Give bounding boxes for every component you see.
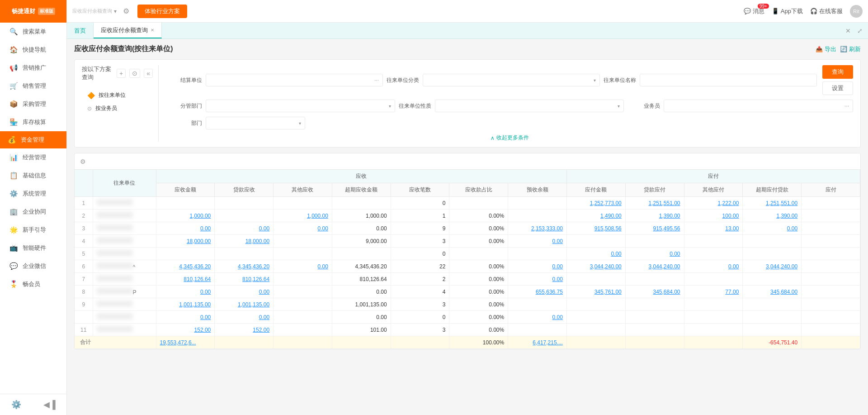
tab-home[interactable]: 首页 bbox=[67, 23, 94, 38]
salesperson-input[interactable]: ··· bbox=[664, 100, 853, 112]
notification-btn[interactable]: 💬 消息 99+ bbox=[744, 7, 764, 15]
cell-ap-overdue bbox=[743, 273, 802, 286]
cell-ar-count: 0 bbox=[391, 197, 449, 210]
table-body: 1 0 1,252,773.00 1,251,551.00 1,222.00 1… bbox=[75, 197, 860, 349]
filter-settings-btn[interactable]: ⊙ bbox=[129, 69, 140, 78]
scheme-by-staff[interactable]: ⊙ 按业务员 bbox=[82, 102, 153, 115]
cell-no: 3 bbox=[75, 222, 93, 235]
user-avatar[interactable]: Rit bbox=[850, 5, 863, 18]
refresh-btn[interactable]: 🔄 刷新 bbox=[840, 45, 861, 53]
tabbar-controls: ✕ ⤢ bbox=[840, 23, 868, 38]
cell-ap-amount: 915,508.56 bbox=[566, 222, 625, 235]
chevron-down-icon-4: ▾ bbox=[299, 121, 301, 126]
sidebar-item-search[interactable]: 🔍 搜索菜单 bbox=[2, 23, 65, 40]
sidebar-item-purchase[interactable]: 📦 采购管理 bbox=[2, 95, 65, 113]
scheme-by-unit[interactable]: 🔶 按往来单位 bbox=[82, 89, 153, 102]
cell-ap-end bbox=[802, 324, 860, 336]
filter-collapse-btn[interactable]: ∧ 收起更多条件 bbox=[166, 134, 853, 142]
table-row: 2 1,000.00 1,000.00 1,000.00 1 0.00% 1,4… bbox=[75, 210, 860, 222]
query-button[interactable]: 查询 bbox=[822, 65, 853, 79]
expand-btn[interactable]: ⤢ bbox=[855, 26, 864, 35]
scheme-panel: 🔶 按往来单位 ⊙ 按业务员 bbox=[82, 87, 153, 117]
cell-ar-amount: 0.00 bbox=[156, 222, 215, 235]
cell-ap-overdue bbox=[743, 324, 802, 336]
cell-ar-count: 0 bbox=[391, 248, 449, 260]
col-ap-amount-header: 应付金额 bbox=[566, 183, 625, 197]
download-icon: 📱 bbox=[772, 8, 779, 14]
cell-ap-other bbox=[684, 311, 743, 324]
cell-ar-amount: 810,126.64 bbox=[156, 273, 215, 286]
cell-ar-ratio: 0.00% bbox=[449, 298, 508, 311]
promo-button[interactable]: 体验行业方案 bbox=[137, 5, 187, 18]
cell-ap-end bbox=[802, 210, 860, 222]
cell-ar-count: 3 bbox=[391, 235, 449, 248]
setting-button[interactable]: 设置 bbox=[822, 81, 853, 95]
table-row: 11 152.00 152.00 101.00 3 0.00% bbox=[75, 324, 860, 336]
cell-prepay bbox=[508, 298, 567, 311]
dept-input[interactable]: ▾ bbox=[206, 100, 395, 112]
scheme-staff-icon: ⊙ bbox=[87, 105, 92, 112]
page-actions: 📤 导出 🔄 刷新 bbox=[816, 45, 861, 53]
sidebar-collapse-btn[interactable]: ◀▐ bbox=[40, 398, 59, 411]
partner-name-input[interactable] bbox=[640, 74, 817, 86]
cell-ap-other bbox=[684, 248, 743, 260]
cell-ap-loan: 345,684.00 bbox=[625, 286, 684, 298]
topbar-chevron-icon[interactable]: ▾ bbox=[114, 8, 117, 14]
sidebar-item-operation[interactable]: 📊 经营管理 bbox=[2, 149, 65, 166]
sidebar-item-quick-nav[interactable]: 🏠 快捷导航 bbox=[2, 41, 65, 58]
sidebar-item-hardware[interactable]: 📺 智能硬件 bbox=[2, 239, 65, 257]
sidebar-item-system[interactable]: ⚙️ 系统管理 bbox=[2, 185, 65, 202]
close-window-btn[interactable]: ✕ bbox=[844, 26, 853, 35]
sidebar-item-finance[interactable]: 💰 资金管理 bbox=[0, 131, 66, 148]
col-ar-overdue-header: 超期应收金额 bbox=[332, 183, 391, 197]
scheme-unit-icon: 🔶 bbox=[87, 92, 95, 99]
partner-nature-input[interactable]: ▾ bbox=[435, 100, 624, 112]
cell-ap-end bbox=[802, 273, 860, 286]
cell-ar-other bbox=[274, 286, 332, 298]
data-table-wrap: ⚙ 往来单位 应收 应付 应收金额 贷款应收 其他应收 bbox=[74, 153, 861, 349]
collapse-icon: ∧ bbox=[491, 135, 495, 141]
export-btn[interactable]: 📤 导出 bbox=[816, 45, 836, 53]
filter-add-btn[interactable]: + bbox=[117, 69, 126, 78]
col-ar-ratio-header: 应收款占比 bbox=[449, 183, 508, 197]
sidebar-settings-btn[interactable]: ⚙️ bbox=[8, 398, 25, 411]
topbar-breadcrumb: 应收应付余额查询 ▾ bbox=[72, 8, 117, 14]
sidebar-item-wechat[interactable]: 💬 企业微信 bbox=[2, 258, 65, 275]
sidebar-item-marketing[interactable]: 📢 营销推广 bbox=[2, 59, 65, 76]
sidebar-item-guide[interactable]: 🌟 新手引导 bbox=[2, 221, 65, 239]
sidebar-item-member[interactable]: 🎖️ 畅会员 bbox=[2, 276, 65, 293]
cell-ar-other: 0.00 bbox=[274, 260, 332, 273]
cell-ar-amount bbox=[156, 197, 215, 210]
cell-ar-count: 2 bbox=[391, 273, 449, 286]
online-service-btn[interactable]: 🎧 在线客服 bbox=[810, 7, 843, 15]
cell-partner bbox=[93, 298, 156, 311]
total-ap-overdue: -654,751.40 bbox=[743, 336, 802, 349]
cell-ar-count: 3 bbox=[391, 298, 449, 311]
cell-ar-count: 9 bbox=[391, 222, 449, 235]
sidebar-item-basic[interactable]: 📋 基础信息 bbox=[2, 167, 65, 184]
tab-balance-query[interactable]: 应收应付余额查询 ✕ bbox=[94, 23, 162, 38]
cell-ap-other bbox=[684, 298, 743, 311]
cell-ar-other bbox=[274, 197, 332, 210]
cell-ap-overdue bbox=[743, 235, 802, 248]
filter-row-1: 结算单位 ··· 往来单位分类 ▾ 往来单位名称 bbox=[166, 65, 853, 95]
cell-ap-amount: 1,252,773.00 bbox=[566, 197, 625, 210]
cell-ar-overdue: 0.00 bbox=[332, 286, 391, 298]
total-ar-overdue bbox=[332, 336, 391, 349]
search-icon: 🔍 bbox=[9, 28, 18, 36]
filter-collapse-scheme-btn[interactable]: « bbox=[144, 69, 153, 78]
settlement-unit-input[interactable]: ··· bbox=[206, 74, 383, 86]
sidebar-item-corp[interactable]: 🏢 企业协同 bbox=[2, 203, 65, 220]
table-settings-icon[interactable]: ⚙ bbox=[80, 158, 86, 165]
total-ap-end bbox=[802, 336, 860, 349]
app-download-btn[interactable]: 📱 App下载 bbox=[772, 7, 803, 15]
tab-close-icon[interactable]: ✕ bbox=[151, 28, 154, 33]
marketing-icon: 📢 bbox=[9, 64, 18, 72]
sidebar-item-sales[interactable]: 🛒 销售管理 bbox=[2, 77, 65, 95]
filter-area: 按以下方案查询 + ⊙ « 🔶 按往来单位 ⊙ 按业务员 bbox=[74, 59, 861, 148]
sidebar-item-inventory[interactable]: 🏪 库存核算 bbox=[2, 114, 65, 131]
partner-category-input[interactable]: ▾ bbox=[423, 74, 600, 86]
total-ap-loan bbox=[625, 336, 684, 349]
division-input[interactable]: ▾ bbox=[206, 117, 305, 129]
topbar-gear-icon[interactable]: ⚙ bbox=[121, 5, 131, 17]
